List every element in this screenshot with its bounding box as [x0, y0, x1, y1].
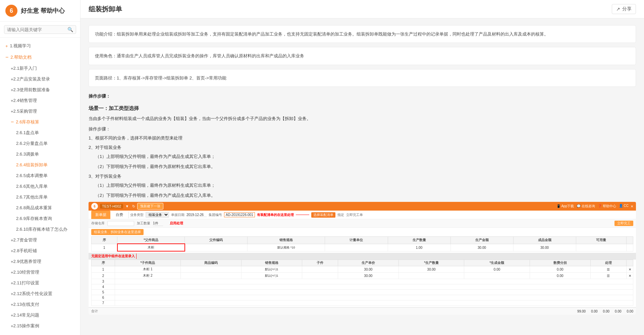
table-row: 1 木柜 1 默认(+/-)1 30.00 30.00 0.00 0.00 ☰ …	[92, 266, 633, 273]
ss-section-header-row: 组装业务、拆卸业务在这里选择	[89, 228, 636, 236]
nav-list: + 1.视频学习 − 2.帮助文档 + 2.1新手入门 + 2.2产品安装及登录…	[0, 38, 80, 335]
sidebar-item-267[interactable]: 2.6.7其他出库单	[0, 192, 80, 203]
sidebar-item-269[interactable]: 2.6.9库存账本查询	[0, 213, 80, 224]
feature-intro-text: 功能介绍：组装拆卸单用来处理企业组装或拆卸等加工业务，支持有固定装配清单的产品加…	[95, 32, 548, 37]
ss-dropdown-icon: ▼	[125, 204, 129, 208]
sidebar-item-265[interactable]: 2.6.5成本调整单	[0, 170, 80, 181]
ss-warehouse-input[interactable]	[107, 221, 134, 226]
main-content: 组装拆卸单 ↗ 分享 功能介绍：组装拆卸单用来处理企业组装或拆卸等加工业务，支持…	[80, 0, 644, 335]
table-row: 5	[92, 290, 633, 295]
minus-icon: −	[11, 119, 14, 125]
ss-type-select[interactable]: 组装业务 拆卸业务	[146, 212, 169, 218]
sidebar-item-268[interactable]: 2.6.8商品成本重算	[0, 203, 80, 213]
sidebar-item-25[interactable]: + 2.5采购管理	[0, 106, 80, 117]
ss-footer-total: 合计	[91, 309, 98, 314]
app-name: 好生意 帮助中心	[21, 7, 65, 15]
minus-icon: −	[5, 55, 8, 60]
sidebar-item-video[interactable]: + 1.视频学习	[0, 40, 80, 52]
sidebar-item-213[interactable]: + 2.13在线支付	[0, 299, 80, 310]
table-row: 7	[92, 300, 633, 306]
path-block: 页面路径：1、库存核算->库存管理->组装拆卸单 2、首页->常用功能	[89, 69, 636, 87]
ss-annotation4-row: 无固定适用中组件在这里录入	[89, 253, 636, 260]
step3-2: （2）下部明细为子件明细，最终作为产成品生成其它入库单。	[95, 191, 636, 199]
role-block: 使用角色：通常由生产人员或库管人员完成拆装业务的操作，库管人员确认原材料的出库和…	[89, 47, 636, 65]
ss-annotation3: 启用处理	[170, 221, 183, 226]
feature-intro-block: 功能介绍：组装拆卸单用来处理企业组装或拆卸等加工业务，支持有固定装配清单的产品加…	[89, 25, 636, 43]
sidebar-item-26[interactable]: − 2.6库存核算	[0, 117, 80, 127]
app-logo: 6 好生意 帮助中心	[0, 0, 80, 22]
sidebar-item-docs[interactable]: − 2.帮助文档	[0, 52, 80, 63]
sidebar-item-label: 2.帮助文档	[10, 54, 32, 60]
sidebar-item-214[interactable]: + 2.14常见问题	[0, 310, 80, 321]
logo-icon: 6	[5, 5, 17, 17]
top-bar: 组装拆卸单 ↗ 分享	[80, 0, 644, 18]
ss-date-val: 2019-12-26	[186, 213, 207, 217]
content-area: 功能介绍：组装拆卸单用来处理企业组装或拆卸等加工业务，支持有固定装配清单的产品加…	[80, 18, 644, 335]
search-icon[interactable]: 🔍	[67, 27, 73, 32]
sidebar-item-266[interactable]: 2.6.6其他入库单	[0, 181, 80, 192]
ss-total-5: 0.00	[627, 310, 633, 313]
ss-no-val: AD-20191226-001	[224, 212, 255, 217]
screenshot-container: 6 TEST-H002 ▼ ↻ 预新建下一张 📱 App下载💬 在线咨询❓ 帮助…	[89, 202, 636, 315]
sidebar-item-210[interactable]: + 2.10经营管理	[0, 267, 80, 278]
ss-top-table-wrap: 序 *父件商品 父件编码 销售规格 计量单位 生产数量 生产金额 成品金额 可用…	[89, 236, 636, 253]
share-icon: ↗	[616, 6, 620, 12]
nav-sub-docs: + 2.1新手入门 + 2.2产品安装及登录 + 2.3使用前数据准备 + 2.…	[0, 63, 80, 331]
sidebar-item-263[interactable]: 2.6.3调拨单	[0, 149, 80, 160]
table-row: 6	[92, 295, 633, 300]
ss-tab-self: 自费	[112, 211, 127, 219]
ss-complete-btn: 立即完工	[614, 221, 633, 226]
page-title: 组装拆卸单	[89, 5, 122, 14]
ss-annotation1: 有装配清单的在这里处理	[257, 213, 294, 217]
ss-total-1: 99.00	[577, 310, 586, 313]
sidebar-item-211[interactable]: + 2.11打印设置	[0, 278, 80, 288]
search-input[interactable]	[7, 27, 67, 32]
ss-footer: 合计 99.00 0.00 0.00 0.00 0.00	[89, 307, 636, 315]
ss-next-btn: 预新建下一张	[137, 203, 163, 210]
op-steps: 操作步骤： 场景一：加工类型选择 当由多个子件材料组装成一个成品的业务为【组装】…	[89, 92, 636, 199]
ss-select-plan-btn: 选择装配清单	[311, 212, 335, 218]
plus-icon: +	[11, 302, 13, 307]
sidebar-item-27[interactable]: + 2.7资金管理	[0, 235, 80, 245]
sidebar-item-262[interactable]: 2.6.2分量盘点单	[0, 138, 80, 149]
sidebar: 6 好生意 帮助中心 🔍 + 1.视频学习 − 2.帮助文档 + 2.1新手入门	[0, 0, 80, 335]
ss-nav-row: 新单据 自费 业务类型 组装业务 拆卸业务 单据日期 2019-12-26 集团…	[89, 211, 636, 219]
ss-tab-new: 新单据	[91, 211, 110, 219]
sidebar-item-28[interactable]: + 2.8手机旺铺	[0, 245, 80, 256]
ss-app-bar: 6 TEST-H002 ▼ ↻ 预新建下一张 📱 App下载💬 在线咨询❓ 帮助…	[89, 202, 636, 211]
ss-count-val: 1件	[153, 221, 163, 226]
sidebar-item-261[interactable]: 2.6.1盘点单	[0, 127, 80, 138]
ss-arrow4	[136, 254, 137, 259]
ss-total-3: 0.00	[603, 310, 609, 313]
sidebar-item-2610[interactable]: 2.6.10库存账本错了怎么办	[0, 224, 80, 235]
sidebar-item-23[interactable]: + 2.3使用前数据准备	[0, 85, 80, 95]
op-steps-title: 操作步骤：	[89, 92, 636, 100]
ss-refresh-icon: ↻	[132, 204, 135, 209]
ss-sub-toolbar: 存储仓库 加工数量 1件 启用处理 立即完工	[89, 219, 636, 228]
sidebar-item-264[interactable]: 2.6.4组装拆卸单	[0, 160, 80, 170]
table-row: 2 木柜 2 默认(+/-)1 30.00 0.00 ☰ ✕	[92, 273, 633, 279]
plus-icon: +	[5, 44, 8, 49]
search-wrap[interactable]: 🔍	[4, 25, 76, 34]
plus-icon: +	[11, 324, 13, 329]
step2-1: （1）上部明细为父件明细，最终作为产成品生成其它入库单；	[95, 153, 636, 160]
plus-icon: +	[11, 248, 13, 254]
op-steps-label: 操作步骤：	[89, 125, 636, 133]
search-box: 🔍	[0, 22, 80, 38]
plus-icon: +	[11, 66, 13, 71]
share-button[interactable]: ↗ 分享	[612, 4, 636, 14]
sidebar-item-22[interactable]: + 2.2产品安装及登录	[0, 74, 80, 85]
sidebar-item-29[interactable]: + 2.9优惠券管理	[0, 256, 80, 267]
ss-section-header: 组装业务、拆卸业务在这里选择	[91, 229, 144, 235]
step1: 1、根据不同的业务，选择不同单据的类型来处理	[89, 134, 636, 142]
plus-icon: +	[11, 238, 13, 243]
table-row: 4	[92, 284, 633, 290]
sidebar-item-215[interactable]: + 2.15操作案例	[0, 321, 80, 331]
plus-icon: +	[11, 291, 13, 296]
sidebar-item-212[interactable]: + 2.12系统个性化设置	[0, 288, 80, 299]
sidebar-item-24[interactable]: + 2.4销售管理	[0, 95, 80, 106]
ss-total-4: 0.00	[615, 310, 621, 313]
sidebar-item-21[interactable]: + 2.1新手入门	[0, 63, 80, 74]
plus-icon: +	[11, 259, 13, 264]
table-row: 3	[92, 279, 633, 284]
